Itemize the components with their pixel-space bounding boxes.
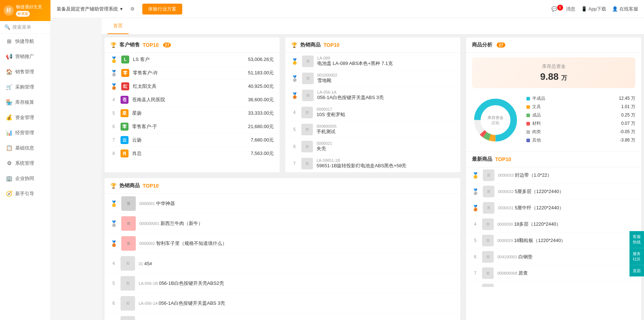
sidebar-item-finance[interactable]: 💰 资金管理: [0, 110, 50, 125]
legend-item: 肉类 -0.05 万: [526, 129, 635, 135]
float-customer-service-btn[interactable]: 客服热线: [629, 231, 644, 248]
product-thumb: 图: [301, 107, 313, 118]
product-thumb: 图: [482, 267, 494, 279]
inventory-total: 库存总资金 9.88 万: [472, 57, 635, 88]
customer-list: 🥇 L LS 客户 53,006.26元 🥈 零 零售客户-许 51,183.0…: [105, 53, 280, 160]
rank-num: 4: [110, 261, 117, 266]
trophy-icon2: 🏆: [291, 42, 297, 48]
list-item: 🥈 图 0000032 5厘多层（1220*2440）: [466, 184, 641, 200]
list-item: 🥈 图 000500001 新西兰牛肉（新牛）: [105, 214, 460, 234]
list-item: 5 图 000800005 手机测试: [285, 121, 460, 138]
float-direct-btn[interactable]: 直面: [629, 265, 644, 276]
inventory-icon: 🏪: [6, 99, 12, 106]
edition-badge: 标准版: [16, 11, 30, 17]
list-item: 🥇 L LS 客户 53,006.26元: [105, 53, 280, 66]
product-info: LA-59651-1B 59651-1B旋转投影灯电池盒ABS黑色+58壳: [317, 158, 455, 169]
legend-dot: [526, 105, 530, 109]
product-info: 000500001 新西兰牛肉（新牛）: [139, 220, 455, 227]
customer-badge-cang: 苍: [121, 96, 129, 104]
rank-num: 6: [110, 124, 117, 129]
product-code: 0000021: [317, 141, 455, 145]
trial-button[interactable]: 体验行业方案: [142, 4, 182, 15]
settings-button[interactable]: ⚙: [127, 4, 138, 15]
product-info: LA-089 电池盖 LA-089 ABS本色+黑种 7.1克: [317, 56, 455, 67]
product-info: 0000033 封边带（1.0*22）: [498, 172, 635, 179]
sidebar-item-basics[interactable]: 📋 基础信息: [0, 140, 50, 156]
search-menu[interactable]: 🔍 搜索菜单: [0, 21, 50, 34]
customer-badge-l: L: [121, 56, 129, 63]
product-info: LA-056-1A 056-1A白色按键开关盖ABS 3壳: [317, 90, 455, 101]
medal-icon: 🥈: [110, 70, 118, 77]
product-code: LA-089: [317, 56, 455, 60]
customer-badge-xing: 星: [121, 109, 129, 117]
quick-nav-icon: ⊞: [6, 38, 12, 45]
product-name: 45#: [144, 261, 152, 266]
product-info: 001000002 雪地靴: [317, 73, 455, 84]
rank-num: 4: [291, 110, 298, 115]
sidebar-item-inventory[interactable]: 🏪 库存核算: [0, 95, 50, 110]
customer-amount: 21,680.00元: [248, 123, 274, 130]
operations-icon: 📊: [6, 130, 12, 136]
customer-badge: 27: [163, 42, 171, 48]
customer-badge-yun: 云: [121, 136, 129, 144]
inventory-title: 商品分析: [472, 42, 492, 48]
legend-dot: [526, 139, 530, 142]
tab-home[interactable]: 首页: [107, 18, 129, 34]
guide-label: 新手引导: [15, 190, 34, 197]
page-tabs: 首页: [102, 18, 644, 34]
sidebar-item-enterprise[interactable]: 🏢 企业协同: [0, 171, 50, 186]
list-item: 6 图 004100001 白钢垫: [466, 249, 641, 265]
svg-text:占比: 占比: [492, 120, 500, 125]
medal-icon: 🥉: [110, 240, 118, 247]
product-thumb: 图: [121, 256, 135, 271]
system-selector[interactable]: 装备及固定资产辅助管理系统 ▾: [57, 6, 123, 12]
product-name: 18多层（1220*2440）: [514, 221, 561, 227]
finance-icon: 💰: [6, 114, 12, 121]
product-info: 10000100001 原查: [497, 286, 635, 287]
product-thumb: 图: [482, 218, 494, 230]
sidebar-item-system[interactable]: ⚙ 系统管理: [0, 156, 50, 171]
legend-val: -3.86 万: [620, 137, 635, 143]
inventory-header: 商品分析 27: [466, 37, 641, 53]
product-code: 0000017: [317, 107, 455, 111]
customer-name: 苍南县人民医院: [132, 97, 244, 103]
list-item: 4 图 01 45#: [105, 254, 460, 274]
sidebar-item-marketing[interactable]: 📢 营销推广: [0, 49, 50, 64]
product-code: 0000033: [498, 173, 515, 177]
hot-products-header: 🏆 热销商品 TOP10: [105, 178, 460, 194]
logo-icon: 好: [4, 5, 14, 16]
messages-item[interactable]: 💬 6 消息: [551, 6, 575, 12]
product-name: 056-1A白色按键开关盖ABS 3壳: [317, 94, 455, 101]
sidebar-item-operations[interactable]: 📊 经营管理: [0, 125, 50, 140]
sidebar-item-sales[interactable]: 🏠 销售管理: [0, 64, 50, 79]
product-thumb: 图: [483, 202, 494, 214]
rank-num: 6: [291, 144, 298, 149]
product-thumb: 图: [121, 296, 135, 311]
online-service-item[interactable]: 👤 在线客服: [612, 6, 638, 12]
float-buttons: 客服热线 服务社区 直面: [629, 231, 644, 276]
app-download-item[interactable]: 📱 App下载: [581, 6, 606, 12]
float-community-btn[interactable]: 服务社区: [629, 248, 644, 265]
inventory-label: 库存核算: [15, 99, 34, 106]
product-name: 手机测试: [317, 128, 455, 135]
enterprise-label: 企业协同: [15, 175, 34, 182]
customer-badge-xiao: 肖: [121, 149, 129, 157]
sidebar-item-quick-nav[interactable]: ⊞ 快捷导航: [0, 34, 50, 49]
customer-amount: 7,680.00元: [250, 137, 274, 143]
analysis-badge: 27: [497, 42, 505, 48]
product-code: 0000029: [497, 238, 514, 243]
sidebar-item-purchase[interactable]: 🛒 采购管理: [0, 79, 50, 95]
product-thumb: 图: [301, 141, 313, 152]
product-code: 000800005: [317, 124, 455, 128]
product-name: 5厘中纤（1220*2440）: [515, 205, 564, 210]
list-item: 4 苍 苍南县人民医院 36,600.00元: [105, 93, 280, 107]
sidebar-item-guide[interactable]: 🧭 新手引导: [0, 186, 50, 201]
legend-val: 1.01 万: [621, 104, 635, 110]
basics-icon: 📋: [6, 145, 12, 151]
legend-item: 成品 0.25 万: [526, 112, 635, 118]
product-name: 056-1B白色按键开关壳ABS2壳: [159, 280, 224, 286]
finance-label: 资金管理: [15, 114, 34, 121]
product-thumb: 图: [301, 124, 313, 135]
medal-icon: 🥉: [110, 83, 118, 90]
legend-name: 肉类: [532, 129, 617, 135]
